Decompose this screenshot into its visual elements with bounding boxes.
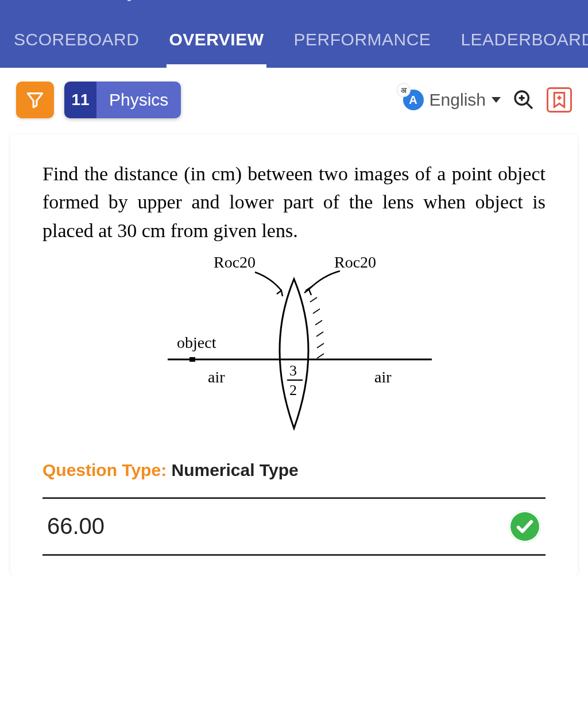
checkmark-icon xyxy=(515,517,535,536)
diagram-index-numerator: 3 xyxy=(289,362,297,379)
svg-line-11 xyxy=(316,332,323,336)
header-title-clipped: JLL Auv Iviujui xyxy=(0,0,588,7)
svg-line-10 xyxy=(315,320,322,325)
question-card: Find the distance (in cm) between two im… xyxy=(10,134,578,575)
diagram-label-roc-right: Roc20 xyxy=(334,253,376,271)
diagram-label-object: object xyxy=(177,334,216,351)
bookmark-plus-icon xyxy=(552,91,567,109)
tabs-bar: SCOREBOARD OVERVIEW PERFORMANCE LEADERBO… xyxy=(0,7,588,68)
diagram-label-air-right: air xyxy=(374,368,392,386)
question-number: 11 xyxy=(64,82,96,118)
svg-line-13 xyxy=(317,354,324,358)
svg-line-12 xyxy=(317,343,324,348)
correct-badge xyxy=(509,510,541,543)
diagram-label-air-left: air xyxy=(208,368,225,386)
lens-diagram: Roc20 Roc20 object air air 3 2 xyxy=(42,250,546,446)
diagram-label-roc-left: Roc20 xyxy=(214,253,256,271)
question-type-value: Numerical Type xyxy=(171,460,298,479)
question-chip[interactable]: 11 Physics xyxy=(64,82,181,118)
svg-line-8 xyxy=(310,297,317,302)
filter-button[interactable] xyxy=(16,82,54,118)
language-selector[interactable]: A English xyxy=(403,90,501,110)
svg-line-1 xyxy=(527,103,532,109)
question-type-row: Question Type: Numerical Type xyxy=(42,460,546,480)
tab-leaderboard[interactable]: LEADERBOARD xyxy=(458,30,588,68)
svg-line-9 xyxy=(313,309,320,313)
chevron-down-icon xyxy=(492,97,501,103)
bookmark-button[interactable] xyxy=(547,87,572,113)
svg-rect-14 xyxy=(189,357,195,362)
question-type-label: Question Type: xyxy=(42,460,167,479)
toolbar: 11 Physics A English xyxy=(0,68,588,130)
question-subject: Physics xyxy=(96,82,181,118)
zoom-in-button[interactable] xyxy=(511,87,536,113)
tab-overview[interactable]: OVERVIEW xyxy=(167,30,266,68)
zoom-in-icon xyxy=(512,88,535,111)
language-badge-icon: A xyxy=(403,90,424,110)
funnel-icon xyxy=(25,90,45,110)
question-text: Find the distance (in cm) between two im… xyxy=(42,160,546,245)
tab-scoreboard[interactable]: SCOREBOARD xyxy=(11,30,141,68)
answer-value: 66.00 xyxy=(47,513,105,539)
language-label: English xyxy=(430,90,486,110)
diagram-index-denominator: 2 xyxy=(289,382,297,398)
tab-performance[interactable]: PERFORMANCE xyxy=(292,30,434,68)
answer-row: 66.00 xyxy=(42,497,546,556)
